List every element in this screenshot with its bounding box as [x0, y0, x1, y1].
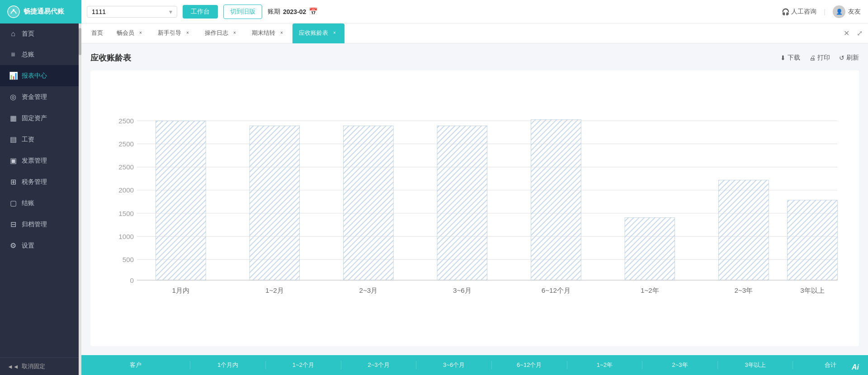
- svg-point-0: [8, 6, 19, 18]
- svg-text:0: 0: [130, 277, 134, 284]
- sidebar-item-ledger[interactable]: ≡ 总账: [0, 44, 81, 65]
- svg-text:1月内: 1月内: [172, 286, 189, 294]
- tab-oplog-label: 操作日志: [205, 29, 228, 37]
- th-2-3m: 2~3个月: [341, 361, 417, 369]
- scrollbar-thumb: [79, 28, 81, 55]
- tab-guide[interactable]: 新手引导 ×: [151, 23, 198, 43]
- sidebar-label-invoice: 发票管理: [22, 157, 47, 165]
- period-label: 账期: [268, 8, 280, 16]
- sidebar-item-settings[interactable]: ⚙ 设置: [0, 235, 81, 256]
- header: 畅捷通易代账 1111 ▾ 工作台 切到旧版 账期 2023-02 📅 🎧 人工…: [0, 0, 868, 23]
- sidebar-item-payroll[interactable]: ▤ 工资: [0, 129, 81, 150]
- tab-aging[interactable]: 应收账龄表 ×: [292, 23, 344, 43]
- refresh-label: 刷新: [846, 54, 859, 62]
- print-icon: 🖨: [809, 54, 816, 61]
- content-area: 首页 畅会员 × 新手引导 × 操作日志 × 期末结转 × 应收账龄表 ×: [81, 23, 868, 375]
- dropdown-icon: ▾: [169, 8, 172, 15]
- sidebar-item-settlement[interactable]: ▢ 结账: [0, 192, 81, 214]
- page-title: 应收账龄表: [90, 52, 131, 63]
- tab-guide-label: 新手引导: [158, 29, 181, 37]
- company-name: 1111: [92, 8, 106, 15]
- print-button[interactable]: 🖨 打印: [809, 54, 830, 62]
- tab-member[interactable]: 畅会员 ×: [110, 23, 151, 43]
- th-1-2y: 1~2年: [567, 361, 643, 369]
- calendar-icon[interactable]: 📅: [309, 7, 318, 16]
- sidebar-footer[interactable]: ◄◄ 取消固定: [0, 357, 81, 375]
- sidebar-label-settlement: 结账: [22, 199, 34, 207]
- ai-badge[interactable]: Ai: [843, 360, 868, 375]
- sidebar-item-home[interactable]: ⌂ 首页: [0, 23, 81, 44]
- workbench-button[interactable]: 工作台: [183, 5, 218, 19]
- svg-text:3~6月: 3~6月: [453, 286, 472, 294]
- bar-1-2月: [250, 126, 300, 280]
- avatar-icon: 👤: [836, 9, 843, 15]
- sidebar-label-reports: 报表中心: [22, 72, 47, 80]
- th-6-12m: 6~12个月: [492, 361, 567, 369]
- tab-member-close[interactable]: ×: [137, 29, 144, 37]
- tab-yearend-label: 期末结转: [252, 29, 275, 37]
- ai-label: Ai: [852, 363, 859, 371]
- sidebar-item-archive[interactable]: ⊟ 归档管理: [0, 214, 81, 235]
- settings-icon: ⚙: [9, 241, 17, 250]
- logo-icon: [7, 5, 20, 18]
- sidebar-scrollbar[interactable]: [79, 23, 81, 375]
- user-menu[interactable]: 👤 友友: [833, 5, 861, 18]
- sidebar-item-assets[interactable]: ▦ 固定资产: [0, 108, 81, 129]
- tab-home[interactable]: 首页: [85, 23, 109, 43]
- switch-button[interactable]: 切到旧版: [223, 5, 262, 19]
- sidebar-item-reports[interactable]: 📊 报表中心: [0, 65, 81, 86]
- sidebar-label-funds: 资金管理: [22, 93, 47, 101]
- download-button[interactable]: ⬇ 下载: [780, 54, 800, 62]
- svg-text:1~2年: 1~2年: [641, 286, 659, 294]
- svg-text:2500: 2500: [118, 117, 134, 125]
- svg-text:1~2月: 1~2月: [265, 286, 284, 294]
- sidebar-label-ledger: 总账: [22, 51, 34, 59]
- sidebar-item-invoice[interactable]: ▣ 发票管理: [0, 150, 81, 171]
- download-icon: ⬇: [780, 54, 786, 61]
- refresh-button[interactable]: ↺ 刷新: [839, 54, 859, 62]
- company-selector[interactable]: 1111 ▾: [87, 6, 177, 18]
- main-layout: ⌂ 首页 ≡ 总账 📊 报表中心 ◎ 资金管理 ▦ 固定资产 ▤ 工资 ▣ 发票…: [0, 23, 868, 375]
- tab-oplog[interactable]: 操作日志 ×: [198, 23, 245, 43]
- consult-button[interactable]: 🎧 人工咨询: [782, 8, 816, 16]
- tab-aging-label: 应收账龄表: [299, 29, 328, 37]
- svg-text:2~3年: 2~3年: [734, 286, 753, 294]
- tab-aging-close[interactable]: ×: [331, 29, 338, 37]
- sidebar-label-settings: 设置: [22, 242, 34, 250]
- close-all-tabs-button[interactable]: ✕: [842, 27, 851, 39]
- username: 友友: [848, 8, 861, 16]
- sidebar-label-assets: 固定资产: [22, 114, 47, 122]
- svg-text:2500: 2500: [118, 163, 134, 171]
- th-customer: 客户: [81, 361, 190, 369]
- consult-label: 人工咨询: [791, 8, 816, 16]
- svg-text:2~3月: 2~3月: [359, 286, 377, 294]
- tab-oplog-close[interactable]: ×: [231, 29, 238, 37]
- tab-yearend[interactable]: 期末结转 ×: [245, 23, 292, 43]
- ledger-icon: ≡: [9, 51, 17, 59]
- table-header: 客户 1个月内 1~2个月 2~3个月 3~6个月 6~12个月 1~2年 2~…: [81, 355, 868, 375]
- expand-button[interactable]: ⤢: [855, 27, 864, 39]
- bar-2-3月: [344, 126, 394, 280]
- sidebar-label-home: 首页: [22, 30, 34, 38]
- tab-yearend-close[interactable]: ×: [278, 29, 285, 37]
- tax-icon: ⊞: [9, 178, 17, 186]
- sidebar-item-tax[interactable]: ⊞ 税务管理: [0, 171, 81, 192]
- tab-member-label: 畅会员: [117, 29, 134, 37]
- page-header: 应收账龄表 ⬇ 下载 🖨 打印 ↺ 刷新: [90, 52, 859, 63]
- period-area: 账期 2023-02 📅: [268, 7, 318, 16]
- th-3-6m: 3~6个月: [416, 361, 492, 369]
- svg-text:2500: 2500: [118, 140, 134, 148]
- sidebar-item-funds[interactable]: ◎ 资金管理: [0, 86, 81, 108]
- settlement-icon: ▢: [9, 199, 17, 207]
- archive-icon: ⊟: [9, 220, 17, 229]
- sidebar: ⌂ 首页 ≡ 总账 📊 报表中心 ◎ 资金管理 ▦ 固定资产 ▤ 工资 ▣ 发票…: [0, 23, 81, 375]
- svg-text:1500: 1500: [118, 210, 134, 217]
- tab-guide-close[interactable]: ×: [184, 29, 191, 37]
- print-label: 打印: [817, 54, 830, 62]
- logo-text: 畅捷通易代账: [24, 7, 64, 16]
- bar-6-12月: [531, 120, 581, 281]
- tab-home-label: 首页: [91, 29, 103, 37]
- bar-1月内: [156, 121, 206, 280]
- avatar: 👤: [833, 5, 845, 18]
- th-3y: 3年以上: [718, 361, 793, 369]
